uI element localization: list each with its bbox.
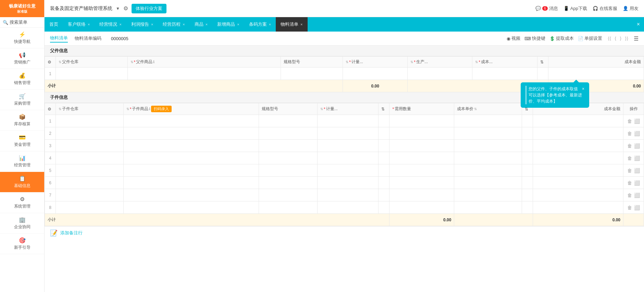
child-sort2[interactable]: ⇅: [126, 107, 129, 111]
child-goods-cell[interactable]: [123, 140, 259, 152]
child-sort3[interactable]: ⇅: [320, 107, 323, 111]
delete-icon[interactable]: 🗑: [627, 168, 632, 173]
parent-spec-cell[interactable]: [281, 68, 343, 80]
tab-customer[interactable]: 客户联络 ×: [63, 17, 95, 32]
view-action[interactable]: ◉ 视频: [507, 35, 520, 42]
tab-bom[interactable]: 物料清单 ×: [276, 17, 307, 32]
sidebar-item-enterprise[interactable]: 🏢 企业协同: [0, 213, 44, 234]
tab-history[interactable]: 经营历程 ×: [158, 17, 189, 32]
shortcut-action[interactable]: ⌨ 快捷键: [524, 35, 545, 42]
page-next[interactable]: ⟩: [618, 35, 623, 42]
tab-goods-close[interactable]: ×: [206, 22, 208, 26]
child-th-settings[interactable]: ⚙: [45, 103, 56, 115]
copy-icon[interactable]: ⬜: [634, 131, 640, 136]
child-warehouse-cell[interactable]: [56, 164, 124, 177]
extract-cost-action[interactable]: 💲 提取成本: [549, 35, 574, 42]
child-unit-cost-cell[interactable]: [454, 140, 522, 152]
child-unit-cost-cell[interactable]: [454, 152, 522, 164]
copy-icon[interactable]: ⬜: [634, 180, 640, 186]
child-spec-cell[interactable]: [259, 201, 317, 214]
menu-icon[interactable]: ☰: [634, 35, 639, 42]
child-unit-cost-cell[interactable]: [454, 127, 522, 140]
parent-warehouse-cell[interactable]: [56, 68, 128, 80]
delete-icon[interactable]: 🗑: [627, 192, 632, 198]
child-unit-cell[interactable]: [317, 189, 379, 201]
child-spec-cell[interactable]: [259, 177, 317, 189]
child-warehouse-cell[interactable]: [56, 201, 124, 214]
copy-icon[interactable]: ⬜: [634, 168, 640, 173]
child-unit-cell[interactable]: [317, 127, 379, 140]
delete-icon[interactable]: 🗑: [627, 131, 632, 136]
child-qty-cell[interactable]: [389, 115, 454, 127]
child-qty-cell[interactable]: [389, 152, 454, 164]
page-first[interactable]: ⟨⟨: [606, 35, 612, 42]
tab-home[interactable]: 首页: [45, 17, 63, 32]
copy-icon[interactable]: ⬜: [634, 155, 640, 161]
tab-history-close[interactable]: ×: [183, 22, 185, 26]
child-qty-cell[interactable]: [389, 140, 454, 152]
child-warehouse-cell[interactable]: [56, 127, 124, 140]
sub-tab-bom-code[interactable]: 物料清单编码: [75, 35, 101, 42]
tab-customer-close[interactable]: ×: [88, 22, 90, 26]
child-warehouse-cell[interactable]: [56, 152, 124, 164]
sidebar-item-marketing[interactable]: 📢 营销推广: [0, 48, 44, 69]
child-warehouse-cell[interactable]: [56, 177, 124, 189]
tooltip-close-btn[interactable]: ×: [582, 86, 584, 92]
child-goods-cell[interactable]: [123, 201, 259, 214]
tab-barcode-close[interactable]: ×: [269, 22, 271, 26]
child-unit-cell[interactable]: [317, 177, 379, 189]
child-goods-cell[interactable]: [123, 115, 259, 127]
sidebar-item-inventory[interactable]: 📦 库存核算: [0, 110, 44, 131]
tab-new-goods-close[interactable]: ×: [237, 22, 239, 26]
child-spec-cell[interactable]: [259, 164, 317, 177]
tab-barcode[interactable]: 条码方案 ×: [244, 17, 276, 32]
child-sort4[interactable]: ⇅: [381, 107, 385, 112]
tab-goods[interactable]: 商品 ×: [190, 17, 212, 32]
child-qty-cell[interactable]: [389, 164, 454, 177]
trial-button[interactable]: 体验行业方案: [132, 4, 166, 13]
add-note-label[interactable]: 添加备注行: [60, 230, 83, 236]
add-note-icon[interactable]: 📝: [50, 229, 58, 237]
sidebar-item-basic-info[interactable]: 📋 基础信息: [0, 172, 44, 192]
sort-icon6[interactable]: ⇅: [540, 60, 544, 65]
delete-icon[interactable]: 🗑: [627, 205, 632, 210]
child-qty-cell[interactable]: [389, 127, 454, 140]
child-sort5[interactable]: ⇅: [474, 107, 477, 111]
parent-unit-cell[interactable]: [343, 68, 408, 80]
child-qty-cell[interactable]: [389, 189, 454, 201]
child-spec-cell[interactable]: [259, 127, 317, 140]
parent-goods-cell[interactable]: [127, 68, 281, 80]
child-unit-cost-cell[interactable]: [454, 164, 522, 177]
child-goods-cell[interactable]: [123, 152, 259, 164]
delete-icon[interactable]: 🗑: [627, 155, 632, 161]
copy-icon[interactable]: ⬜: [634, 205, 640, 210]
child-unit-cell[interactable]: [317, 164, 379, 177]
sidebar-item-sales[interactable]: 💰 销售管理: [0, 69, 44, 90]
sidebar-item-quick-nav[interactable]: ⚡ 快捷导航: [0, 28, 44, 48]
tab-profit[interactable]: 利润报告 ×: [126, 17, 158, 32]
child-warehouse-cell[interactable]: [56, 189, 124, 201]
child-spec-cell[interactable]: [259, 152, 317, 164]
sidebar-item-operations[interactable]: 📊 经营管理: [0, 151, 44, 172]
child-unit-cell[interactable]: [317, 201, 379, 214]
copy-icon[interactable]: ⬜: [634, 143, 640, 149]
child-goods-cell[interactable]: [123, 189, 259, 201]
scan-button[interactable]: 扫码录入: [151, 106, 172, 112]
sidebar-item-guide[interactable]: 🎯 新手引导: [0, 234, 44, 254]
close-all-btn[interactable]: ×: [633, 17, 644, 32]
sub-tab-bom-list[interactable]: 物料清单: [50, 34, 68, 43]
single-settings-action[interactable]: 📄 单据设置: [578, 35, 602, 42]
sort-icon2[interactable]: ⇅: [131, 60, 133, 64]
sort-icon[interactable]: ⇅: [59, 60, 61, 64]
app-download-btn[interactable]: 📱 App下载: [564, 5, 587, 12]
delete-icon[interactable]: 🗑: [627, 118, 632, 124]
child-goods-cell[interactable]: [123, 177, 259, 189]
sort-icon4[interactable]: ⇅: [410, 60, 413, 64]
page-last[interactable]: ⟩⟩: [623, 35, 630, 42]
parent-production-cell[interactable]: [408, 68, 472, 80]
sidebar-item-purchase[interactable]: 🛒 采购管理: [0, 90, 44, 110]
tab-new-goods[interactable]: 新增商品 ×: [212, 17, 244, 32]
parent-th-settings[interactable]: ⚙: [45, 57, 56, 68]
online-service-btn[interactable]: 🎧 在线客服: [593, 5, 617, 12]
child-unit-cost-cell[interactable]: [454, 115, 522, 127]
